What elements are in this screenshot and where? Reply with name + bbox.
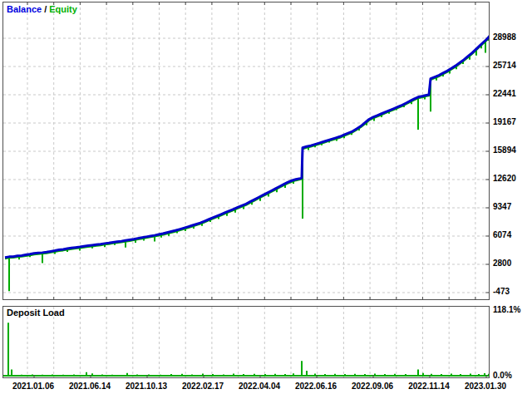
deposit-load-chart	[3, 307, 489, 377]
y-axis-tick-label: 6074	[493, 230, 511, 239]
balance-equity-chart	[3, 2, 489, 299]
y-axis-tick-label: 9347	[493, 202, 511, 211]
legend-separator: /	[44, 4, 47, 14]
deposit-load-title: Deposit Load	[7, 308, 65, 318]
y-axis-tick-label: 25714	[493, 61, 516, 70]
y-axis-tick-label: 19167	[493, 117, 516, 126]
deposit-min-label: 0.0%	[493, 371, 512, 380]
x-axis-tick-label: 2022.11.14	[408, 382, 450, 391]
balance-equity-panel: Balance/Equity	[2, 2, 490, 300]
x-axis-tick-label: 2023.01.30	[465, 382, 506, 391]
y-axis-tick-label: 28988	[493, 32, 516, 42]
deposit-load-panel: Deposit Load	[2, 306, 490, 378]
x-axis-tick-label: 2022.04.04	[239, 382, 280, 391]
x-axis-tick-label: 2021.10.13	[126, 382, 167, 391]
y-axis-tick-label: 2800	[493, 259, 511, 268]
y-axis-tick-label: -473	[493, 287, 510, 296]
chart-legend: Balance/Equity	[7, 4, 77, 14]
x-axis-tick-label: 2021.01.06	[12, 382, 54, 391]
x-axis-tick-label: 2022.02.17	[182, 382, 224, 391]
y-axis-tick-label: 12620	[493, 174, 516, 183]
legend-equity-label: Equity	[49, 4, 77, 14]
deposit-max-label: 118.1%	[493, 305, 520, 314]
backtest-report-chart: Balance/Equity Deposit Load 289882571422…	[0, 0, 532, 399]
legend-balance-label: Balance	[7, 4, 42, 14]
x-axis-tick-label: 2021.06.14	[69, 382, 111, 391]
y-axis-tick-label: 15894	[493, 145, 516, 155]
x-axis-tick-label: 2022.09.06	[352, 382, 393, 391]
y-axis-tick-label: 22441	[493, 89, 516, 98]
x-axis-tick-label: 2022.06.16	[295, 382, 337, 391]
